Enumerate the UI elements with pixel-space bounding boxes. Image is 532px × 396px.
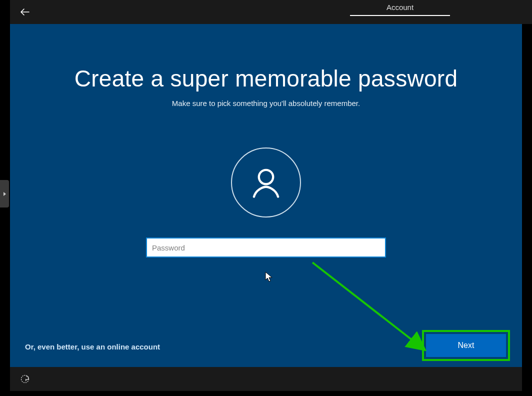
footer-bar bbox=[10, 367, 522, 391]
page-title: Create a super memorable password bbox=[10, 65, 522, 92]
main-panel: Create a super memorable password Make s… bbox=[10, 24, 522, 367]
accessibility-icon bbox=[20, 374, 30, 384]
user-icon bbox=[248, 165, 284, 200]
vm-side-handle[interactable] bbox=[0, 180, 9, 208]
page-subtitle: Make sure to pick something you'll absol… bbox=[10, 99, 522, 108]
user-avatar-circle bbox=[231, 148, 301, 218]
back-button[interactable] bbox=[15, 2, 35, 22]
arrow-left-icon bbox=[19, 6, 31, 18]
use-online-account-link[interactable]: Or, even better, use an online account bbox=[25, 342, 160, 351]
mouse-cursor-icon bbox=[265, 272, 274, 284]
stage-tab-account[interactable]: Account bbox=[350, 0, 450, 16]
svg-point-0 bbox=[259, 170, 273, 184]
next-button[interactable]: Next bbox=[426, 334, 506, 357]
ease-of-access-button[interactable] bbox=[17, 371, 33, 387]
svg-line-1 bbox=[312, 262, 425, 350]
top-bar: Account bbox=[10, 0, 532, 24]
password-input[interactable] bbox=[146, 238, 386, 258]
annotation-arrow bbox=[310, 260, 440, 365]
